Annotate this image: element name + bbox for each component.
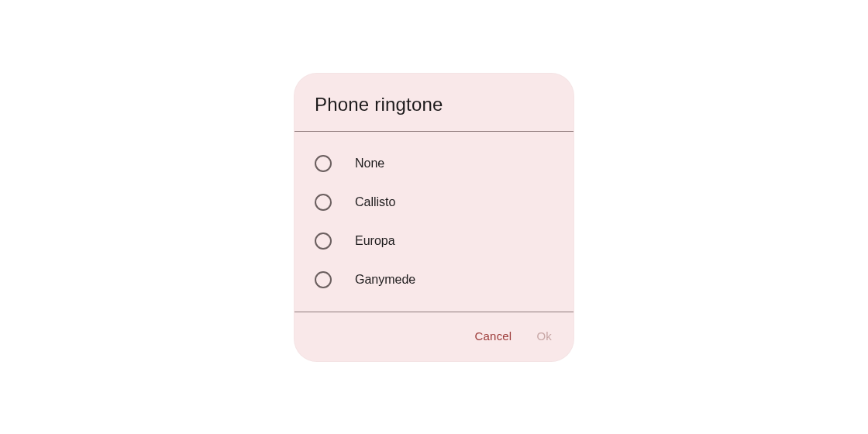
option-label: Callisto <box>355 195 395 209</box>
option-ganymede[interactable]: Ganymede <box>294 260 574 299</box>
dialog-header: Phone ringtone <box>294 74 574 132</box>
option-none[interactable]: None <box>294 144 574 183</box>
ok-button[interactable]: Ok <box>536 329 552 343</box>
option-europa[interactable]: Europa <box>294 222 574 260</box>
radio-icon <box>315 232 332 250</box>
radio-icon <box>315 271 332 288</box>
ringtone-dialog: Phone ringtone None Callisto Europa Gany… <box>294 73 574 362</box>
option-list: None Callisto Europa Ganymede <box>294 132 574 312</box>
option-label: Ganymede <box>355 273 415 287</box>
radio-icon <box>315 155 332 172</box>
cancel-button[interactable]: Cancel <box>475 329 512 343</box>
option-label: Europa <box>355 234 395 248</box>
option-callisto[interactable]: Callisto <box>294 183 574 222</box>
option-label: None <box>355 157 384 170</box>
radio-icon <box>315 194 332 211</box>
dialog-actions: Cancel Ok <box>294 312 574 361</box>
dialog-title: Phone ringtone <box>315 94 553 115</box>
